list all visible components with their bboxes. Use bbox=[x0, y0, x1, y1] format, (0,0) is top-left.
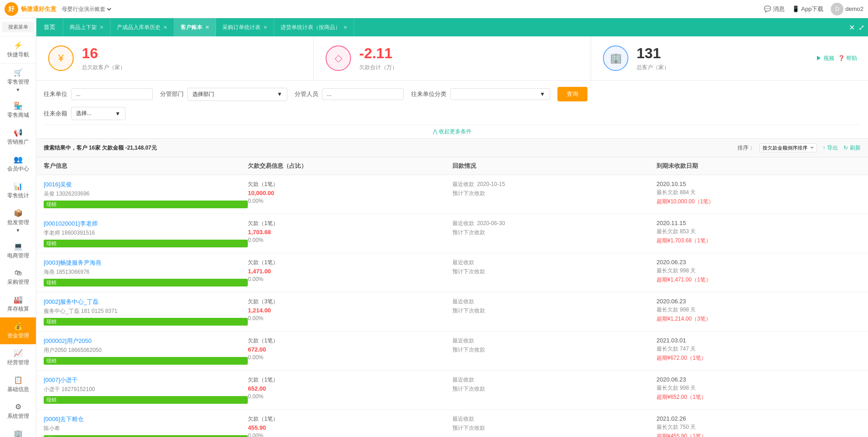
table-row: [0003]畅捷服务尹海燕 海燕 18513066976 现销 欠款（1笔） 1… bbox=[36, 253, 868, 292]
customer-name-0[interactable]: [0016]吴俊 bbox=[44, 181, 248, 189]
sidebar-item-retail-stats[interactable]: 📊 零售统计 bbox=[0, 177, 36, 204]
tab-product-history[interactable]: 产成品入库单历史 ✕ bbox=[110, 18, 174, 36]
cell-overdue-0: 2020.10.15 最长欠款 884 天 超期¥10,000.00（1笔） bbox=[657, 181, 861, 208]
cell-debt-5: 欠款（1笔） 652.00 0.00% bbox=[248, 376, 452, 404]
customer-name-5[interactable]: [0007]小迸干 bbox=[44, 376, 248, 384]
last-collection-label-4: 最近收款 bbox=[452, 337, 657, 345]
tab-close-customer-account[interactable]: ✕ bbox=[205, 25, 209, 30]
close-all-icon[interactable]: ✕ bbox=[849, 23, 855, 32]
user-avatar[interactable]: D demo2 bbox=[831, 3, 863, 15]
stat-icon-debt: ¥ bbox=[47, 45, 75, 72]
customer-name-3[interactable]: [0002]服务中心_丁磊 bbox=[44, 298, 248, 306]
filter-manager: 分管人员 ... bbox=[295, 88, 404, 100]
cell-customer-1: [0001020001]李老师 李老师 18600391516 现销 bbox=[44, 220, 248, 247]
sidebar-search-area: 搜索菜单 bbox=[0, 18, 36, 36]
filter-from-unit: 往来单位 ... bbox=[44, 88, 153, 100]
sidebar-item-ecommerce[interactable]: 💻 电商管理 bbox=[0, 237, 36, 264]
filter-unit-class-input[interactable]: ▼ bbox=[450, 88, 550, 100]
tab-purchase-order[interactable]: 采购订单统计表 ✕ bbox=[216, 18, 274, 36]
overdue-date-6: 2021.02.26 bbox=[657, 415, 861, 422]
sidebar-item-operation[interactable]: 📈 经营管理 bbox=[0, 344, 36, 371]
table-row: [0016]吴俊 吴俊 13026203696 现销 欠款（1笔） 10,000… bbox=[36, 175, 868, 214]
overdue-days-4: 最长欠款 747 天 bbox=[657, 345, 861, 353]
balance-placeholder: 选择... bbox=[76, 110, 91, 117]
sidebar-label-basic-info: 基础信息 bbox=[7, 386, 29, 393]
sidebar-item-marketing[interactable]: 📢 营销推广 bbox=[0, 124, 36, 151]
overdue-link-0[interactable]: 超期¥10,000.00（1笔） bbox=[657, 198, 861, 206]
sidebar-item-retail-shop[interactable]: 🏪 零售商城 bbox=[0, 97, 36, 124]
sidebar-label-member: 会员中心 bbox=[7, 165, 29, 173]
tab-close-product-history[interactable]: ✕ bbox=[163, 25, 167, 30]
overdue-link-6[interactable]: 超期¥455.90（1笔） bbox=[657, 432, 861, 437]
sidebar-item-system[interactable]: ⚙ 系统管理 bbox=[0, 398, 36, 425]
sidebar-label-inventory: 库存核算 bbox=[7, 305, 29, 313]
sidebar-item-member[interactable]: 👥 会员中心 bbox=[0, 151, 36, 177]
debt-count-2: 欠款（1笔） bbox=[248, 259, 452, 266]
sidebar-item-inventory[interactable]: 🏭 库存核算 bbox=[0, 291, 36, 317]
sort-select[interactable]: 按欠款金额倒序排序 bbox=[759, 143, 817, 152]
stat-value-debt-customers: 16 bbox=[82, 45, 125, 62]
sidebar-item-purchase[interactable]: 🛍 采购管理 bbox=[0, 264, 36, 291]
stat-info-total: 131 总客户（家） bbox=[637, 45, 669, 71]
tab-close-product-onoff[interactable]: ✕ bbox=[100, 25, 104, 30]
stat-label-total-customers: 总客户（家） bbox=[637, 64, 669, 71]
cell-customer-6: [0006]去下粮仓 陈小希 现销 bbox=[44, 415, 248, 437]
store-selector[interactable]: 母婴行业演示账套 bbox=[60, 5, 113, 13]
tab-product-onoff[interactable]: 商品上下架 ✕ bbox=[63, 18, 110, 36]
overdue-link-5[interactable]: 超期¥652.00（1笔） bbox=[657, 393, 861, 401]
sidebar-item-basic-info[interactable]: 📋 基础信息 bbox=[0, 371, 36, 398]
tab-close-purchase-order[interactable]: ✕ bbox=[263, 25, 267, 30]
overdue-days-0: 最长欠款 884 天 bbox=[657, 189, 861, 196]
sidebar-item-quick-nav[interactable]: ⚡ 快捷导航 bbox=[0, 36, 36, 63]
customer-phone-6: 陈小希 bbox=[44, 425, 248, 432]
video-btn[interactable]: ▶ 视频 bbox=[816, 55, 834, 62]
filter-from-unit-input[interactable]: ... bbox=[71, 88, 153, 100]
tab-purchase-stats[interactable]: 进货单统计表（按商品） ✕ bbox=[274, 18, 354, 36]
help-btn[interactable]: ❓ 帮助 bbox=[838, 55, 857, 62]
next-collection-label-6: 预计下次收款 bbox=[452, 424, 657, 432]
download-icon: 📱 bbox=[792, 5, 799, 12]
dept-chevron-down-icon: ▼ bbox=[277, 91, 282, 97]
overdue-link-4[interactable]: 超期¥672.00（1笔） bbox=[657, 354, 861, 362]
filter-dept: 分管部门 选择部门 ▼ bbox=[160, 88, 287, 101]
stat-card-debt-amount: ◇ -2.11 欠款合计（万） bbox=[314, 36, 591, 80]
table-header: 客户信息 欠款交易信息（占比） 回款情况 到期未收款日期 bbox=[36, 157, 868, 175]
col-header-overdue: 到期未收款日期 bbox=[657, 162, 861, 170]
next-collection-label-2: 预计下次收款 bbox=[452, 268, 657, 276]
refresh-btn[interactable]: ↻ 刷新 bbox=[843, 144, 861, 152]
next-collection-label-3: 预计下次收款 bbox=[452, 307, 657, 315]
overdue-link-1[interactable]: 超期¥1,703.68（1笔） bbox=[657, 237, 861, 245]
app-download-btn[interactable]: 📱 App下载 bbox=[792, 5, 823, 13]
cell-overdue-2: 2020.06.23 最长欠款 998 天 超期¥1,471.00（1笔） bbox=[657, 259, 861, 286]
sidebar-item-batch-mgmt[interactable]: 📦 批发管理 ▼ bbox=[0, 204, 36, 237]
sidebar-label-operation: 经营管理 bbox=[7, 359, 29, 367]
result-actions: 排序： 按欠款金额倒序排序 ↑ 导出 ↻ 刷新 bbox=[738, 143, 861, 152]
export-btn[interactable]: ↑ 导出 bbox=[823, 144, 838, 152]
tab-home[interactable]: 首页 bbox=[36, 18, 63, 36]
customer-name-2[interactable]: [0003]畅捷服务尹海燕 bbox=[44, 259, 248, 267]
debt-amount-1: 1,703.68 bbox=[248, 229, 452, 236]
customer-name-1[interactable]: [0001020001]李老师 bbox=[44, 220, 248, 228]
customer-name-4[interactable]: [000002]用户2050 bbox=[44, 337, 248, 345]
message-btn[interactable]: 💬 消息 bbox=[764, 5, 785, 13]
sidebar-nav: ⚡ 快捷导航 🛒 零售管理 ▼ 🏪 零售商城 📢 营销推广 bbox=[0, 36, 36, 437]
overdue-link-2[interactable]: 超期¥1,471.00（1笔） bbox=[657, 276, 861, 284]
sidebar-item-retail-mgmt[interactable]: 🛒 零售管理 ▼ bbox=[0, 64, 36, 97]
overdue-link-3[interactable]: 超期¥1,214.00（3笔） bbox=[657, 315, 861, 323]
sidebar-search-btn[interactable]: 搜索菜单 bbox=[2, 22, 34, 32]
customer-name-6[interactable]: [0006]去下粮仓 bbox=[44, 415, 248, 423]
tab-customer-account[interactable]: 客户账本 ✕ bbox=[174, 18, 216, 36]
sidebar-item-finance[interactable]: 💰 资金管理 bbox=[0, 317, 36, 344]
search-button[interactable]: 查询 bbox=[557, 87, 587, 101]
tab-label-product-onoff: 商品上下架 bbox=[70, 24, 97, 31]
filter-collapse-btn[interactable]: ⋀ 收起更多条件 bbox=[44, 125, 861, 138]
tab-close-purchase-stats[interactable]: ✕ bbox=[343, 25, 347, 30]
sidebar-item-enterprise[interactable]: 🏢 企业协同 bbox=[0, 425, 36, 437]
debt-amount-2: 1,471.00 bbox=[248, 268, 452, 275]
filter-manager-input[interactable]: ... bbox=[322, 88, 404, 100]
filter-area: 往来单位 ... 分管部门 选择部门 ▼ bbox=[36, 80, 868, 139]
filter-balance-select[interactable]: 选择... ▼ bbox=[71, 107, 125, 120]
filter-dept-input[interactable]: 选择部门 ▼ bbox=[187, 88, 287, 101]
maximize-icon[interactable]: ⤢ bbox=[858, 23, 864, 32]
overdue-days-5: 最长欠款 998 天 bbox=[657, 384, 861, 392]
